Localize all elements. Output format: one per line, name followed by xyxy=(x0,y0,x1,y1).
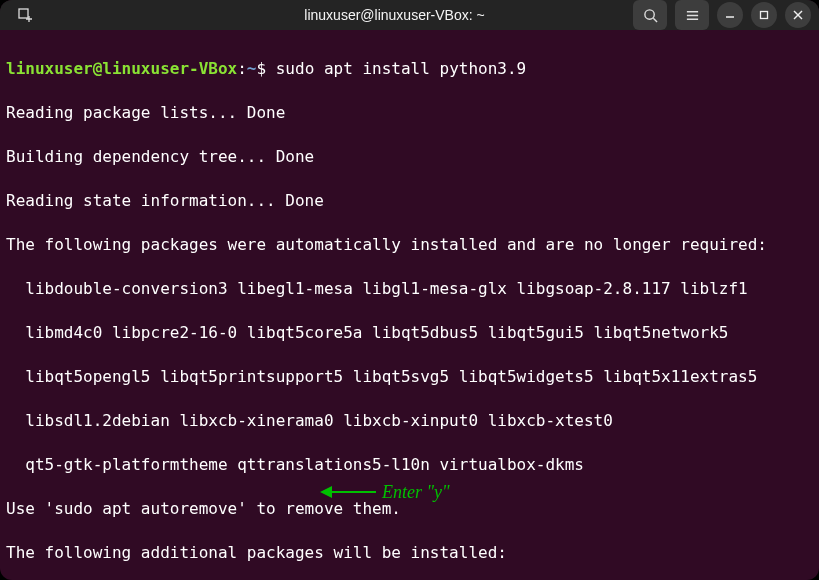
output-line: The following additional packages will b… xyxy=(6,542,813,564)
output-line: libsdl1.2debian libxcb-xinerama0 libxcb-… xyxy=(6,410,813,432)
terminal-window: linuxuser@linuxuser-VBox: ~ linuxuser@li… xyxy=(0,0,819,580)
prompt-colon: : xyxy=(237,59,247,78)
svg-line-4 xyxy=(653,18,657,22)
search-button[interactable] xyxy=(633,0,667,30)
output-line: libmd4c0 libpcre2-16-0 libqt5core5a libq… xyxy=(6,322,813,344)
titlebar: linuxuser@linuxuser-VBox: ~ xyxy=(0,0,819,30)
output-line: Reading state information... Done xyxy=(6,190,813,212)
terminal-body[interactable]: linuxuser@linuxuser-VBox:~$ sudo apt ins… xyxy=(0,30,819,580)
close-button[interactable] xyxy=(785,2,811,28)
output-line: Reading package lists... Done xyxy=(6,102,813,124)
svg-point-3 xyxy=(644,9,653,18)
svg-rect-9 xyxy=(761,12,768,19)
annotation-text: Enter "y" xyxy=(382,481,450,503)
output-line: qt5-gtk-platformtheme qttranslations5-l1… xyxy=(6,454,813,476)
maximize-button[interactable] xyxy=(751,2,777,28)
new-tab-button[interactable] xyxy=(8,0,42,30)
window-title: linuxuser@linuxuser-VBox: ~ xyxy=(178,7,611,23)
prompt-line: linuxuser@linuxuser-VBox:~$ sudo apt ins… xyxy=(6,58,813,80)
titlebar-right-group xyxy=(611,0,811,30)
prompt-user-host: linuxuser@linuxuser-VBox xyxy=(6,59,237,78)
menu-button[interactable] xyxy=(675,0,709,30)
titlebar-left-group xyxy=(8,0,178,30)
typed-command: sudo apt install python3.9 xyxy=(276,59,526,78)
output-line: Building dependency tree... Done xyxy=(6,146,813,168)
svg-rect-0 xyxy=(19,9,28,18)
output-line: The following packages were automaticall… xyxy=(6,234,813,256)
annotation-arrow: Enter "y" xyxy=(330,481,450,503)
minimize-button[interactable] xyxy=(717,2,743,28)
prompt-dollar: $ xyxy=(256,59,275,78)
output-line: libqt5opengl5 libqt5printsupport5 libqt5… xyxy=(6,366,813,388)
output-line: libdouble-conversion3 libegl1-mesa libgl… xyxy=(6,278,813,300)
arrow-icon xyxy=(330,491,376,493)
